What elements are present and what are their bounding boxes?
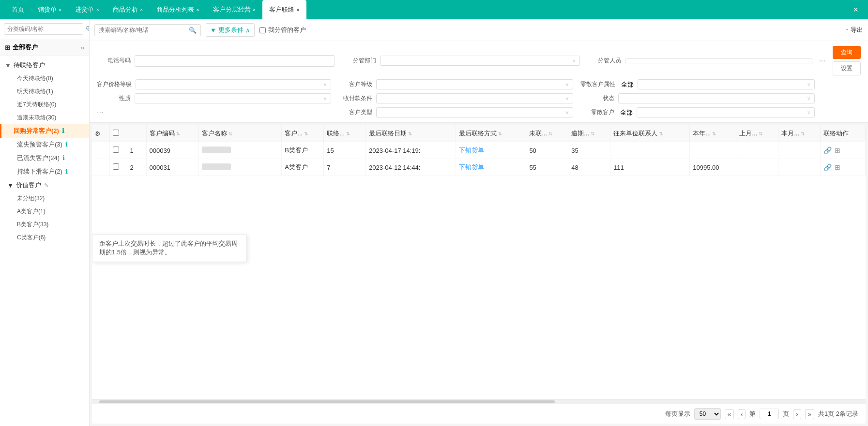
cell-last-month-2 bbox=[736, 159, 778, 176]
last-method-link-2[interactable]: 下销货单 bbox=[459, 163, 484, 171]
cell-this-year-1 bbox=[690, 142, 736, 159]
col-contact[interactable]: 联络... ⇅ bbox=[324, 125, 366, 142]
filter-dept: 分管部门 ∨ bbox=[342, 46, 580, 75]
nav-close-sales[interactable]: × bbox=[59, 7, 61, 13]
col-name[interactable]: 客户名称 ⇅ bbox=[199, 125, 282, 142]
tree-item-repurchase-abnormal[interactable]: 回购异常客户(2) ℹ bbox=[0, 124, 89, 138]
filter-search-icon[interactable]: 🔍 bbox=[189, 27, 197, 34]
cell-check-1[interactable] bbox=[109, 142, 127, 159]
price-level-select[interactable]: ∨ bbox=[136, 79, 331, 89]
filter-search-input[interactable] bbox=[99, 27, 187, 33]
tree-leaf-tomorrow[interactable]: 明天待联络(1) bbox=[0, 85, 89, 98]
nav-close-product-analysis[interactable]: × bbox=[140, 7, 143, 13]
retail-customer-select[interactable]: ∨ bbox=[637, 107, 815, 118]
status-select[interactable]: ∨ bbox=[618, 93, 815, 103]
select-all-checkbox[interactable] bbox=[113, 130, 119, 136]
sidebar-search-input[interactable] bbox=[4, 23, 83, 35]
nav-customer-contact[interactable]: 客户联络 × bbox=[262, 0, 306, 19]
cell-uncontacted-2: 55 bbox=[526, 159, 568, 176]
cell-last-method-1[interactable]: 下销货单 bbox=[456, 142, 526, 159]
cell-check-2[interactable] bbox=[109, 159, 127, 176]
more-dots-1[interactable]: ··· bbox=[819, 57, 825, 65]
row-checkbox-2[interactable] bbox=[113, 163, 119, 170]
col-this-year[interactable]: 本年... ⇅ bbox=[690, 125, 736, 142]
close-all-button[interactable]: × bbox=[848, 5, 863, 15]
dept-select[interactable]: ∨ bbox=[380, 56, 580, 66]
scrollbar-thumb[interactable] bbox=[99, 400, 555, 403]
col-overdue[interactable]: 逾期... ⇅ bbox=[568, 125, 610, 142]
sidebar-collapse-btn[interactable]: » bbox=[81, 44, 84, 51]
tree-item-churn-warning[interactable]: 流失预警客户(3) ℹ bbox=[0, 138, 89, 151]
row-checkbox-1[interactable] bbox=[113, 147, 119, 153]
table-wrapper[interactable]: ⚙ 客户编码 ⇅ 客户名称 bbox=[92, 125, 866, 399]
tree-leaf-today[interactable]: 今天待联络(0) bbox=[0, 72, 89, 85]
action-link-icon-1[interactable]: 🔗 bbox=[823, 147, 832, 154]
col-code[interactable]: 客户编码 ⇅ bbox=[146, 125, 199, 142]
action-grid-icon-1[interactable]: ⊞ bbox=[835, 147, 840, 154]
next-page-btn[interactable]: › bbox=[793, 409, 801, 419]
last-page-btn[interactable]: » bbox=[805, 409, 814, 419]
nav-sales[interactable]: 销货单 × bbox=[31, 0, 68, 19]
sort-icon-code: ⇅ bbox=[176, 131, 180, 136]
dept-label: 分管部门 bbox=[342, 57, 376, 65]
col-last-method[interactable]: 最后联络方式 ⇅ bbox=[456, 125, 526, 142]
payment-select[interactable]: ∨ bbox=[376, 93, 573, 103]
query-button[interactable]: 查询 bbox=[833, 46, 861, 59]
tree-leaf-a-class[interactable]: A类客户(1) bbox=[0, 205, 89, 218]
sort-icon-unit-contact: ⇅ bbox=[659, 131, 663, 136]
col-last-month[interactable]: 上月... ⇅ bbox=[736, 125, 778, 142]
col-check[interactable] bbox=[109, 125, 127, 142]
more-conditions-btn[interactable]: ▼ 更多条件 ∧ bbox=[206, 23, 255, 37]
action-link-icon-2[interactable]: 🔗 bbox=[823, 163, 832, 171]
per-page-select[interactable]: 50 100 200 bbox=[694, 408, 721, 420]
first-page-btn[interactable]: « bbox=[725, 409, 734, 419]
col-last-date[interactable]: 最后联络日期 ⇅ bbox=[366, 125, 456, 142]
more-dots-2[interactable]: ··· bbox=[97, 108, 103, 117]
tree-item-churned[interactable]: 已流失客户(24) ℹ bbox=[0, 151, 89, 165]
tree-leaf-b-class[interactable]: B类客户(33) bbox=[0, 218, 89, 231]
set-button[interactable]: 设置 bbox=[833, 61, 861, 75]
tree-group-value-header[interactable]: ▼ 价值客户 ✎ bbox=[0, 178, 89, 192]
info-icon-repurchase: ℹ bbox=[62, 127, 64, 134]
sort-icon-type: ⇅ bbox=[304, 131, 308, 136]
customer-type-select[interactable]: ∨ bbox=[376, 107, 573, 118]
prev-page-btn[interactable]: ‹ bbox=[738, 409, 746, 419]
col-unit-contact[interactable]: 往来单位联系人 ⇅ bbox=[610, 125, 690, 142]
phone-input[interactable] bbox=[135, 55, 335, 67]
my-customers-checkbox[interactable] bbox=[259, 27, 266, 33]
sidebar-search-icon[interactable]: 🔍 bbox=[86, 26, 90, 33]
page-input[interactable] bbox=[760, 409, 779, 419]
export-button[interactable]: ↑ 导出 bbox=[846, 26, 864, 34]
nav-purchase[interactable]: 进货单 × bbox=[68, 0, 106, 19]
col-type[interactable]: 客户... ⇅ bbox=[282, 125, 324, 142]
nav-product-list[interactable]: 商品分析列表 × bbox=[150, 0, 206, 19]
last-method-link-1[interactable]: 下销货单 bbox=[459, 147, 484, 154]
col-uncontacted[interactable]: 未联... ⇅ bbox=[526, 125, 568, 142]
nav-close-customer-tier[interactable]: × bbox=[253, 7, 256, 13]
tree-group-pending: ▼ 待联络客户 今天待联络(0) 明天待联络(1) 近7天待联络(0) 逾期未联… bbox=[0, 59, 89, 124]
person-select[interactable] bbox=[625, 59, 813, 63]
nav-close-product-list[interactable]: × bbox=[196, 7, 199, 13]
retail-attr-select[interactable]: ∨ bbox=[638, 79, 815, 89]
tree-leaf-c-class[interactable]: C类客户(6) bbox=[0, 231, 89, 244]
action-grid-icon-2[interactable]: ⊞ bbox=[835, 163, 840, 171]
nav-home[interactable]: 首页 bbox=[5, 0, 31, 19]
customer-level-select[interactable]: ∨ bbox=[376, 79, 573, 89]
nav-close-customer-contact[interactable]: × bbox=[296, 7, 299, 13]
tree-leaf-overdue[interactable]: 逾期未联络(30) bbox=[0, 111, 89, 124]
col-gear[interactable]: ⚙ bbox=[92, 125, 109, 142]
tree-item-declining[interactable]: 持续下滑客户(2) ℹ bbox=[0, 165, 89, 178]
edit-icon-value[interactable]: ✎ bbox=[44, 182, 48, 189]
nav-close-purchase[interactable]: × bbox=[96, 7, 99, 13]
tree-leaf-7days[interactable]: 近7天待联络(0) bbox=[0, 98, 89, 111]
col-this-month[interactable]: 本月... ⇅ bbox=[778, 125, 821, 142]
filter-retail-attr: 零散客户属性 全部 ∨ bbox=[580, 79, 815, 89]
nav-customer-tier[interactable]: 客户分层经营 × bbox=[206, 0, 262, 19]
tree-group-pending-label: 待联络客户 bbox=[14, 61, 45, 70]
gender-select[interactable]: ∨ bbox=[135, 93, 331, 103]
nav-product-analysis[interactable]: 商品分析 × bbox=[106, 0, 150, 19]
sort-icon-contact: ⇅ bbox=[346, 131, 350, 136]
tree-group-pending-header[interactable]: ▼ 待联络客户 bbox=[0, 59, 89, 72]
tree-leaf-ungroup[interactable]: 未分组(32) bbox=[0, 192, 89, 205]
cell-last-method-2[interactable]: 下销货单 bbox=[456, 159, 526, 176]
